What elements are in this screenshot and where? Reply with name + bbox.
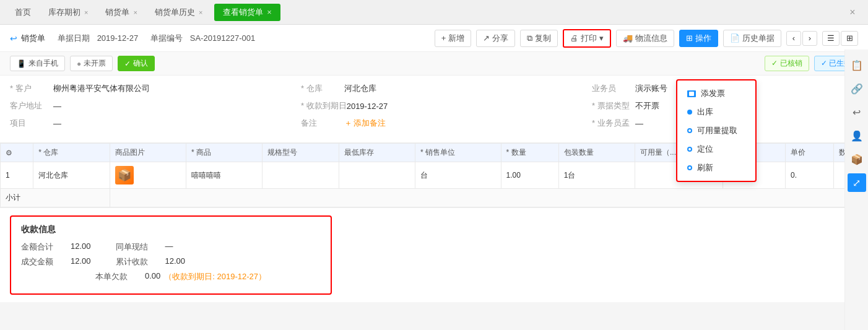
customer-field: * 客户 柳州粤港平安气体有限公司 <box>10 83 276 94</box>
mobile-button[interactable]: 📱 来自手机 <box>10 56 65 71</box>
print-dropdown-arrow[interactable]: ▾ <box>599 33 604 43</box>
available-qty-icon <box>687 128 692 133</box>
tab-home[interactable]: 首页 <box>6 0 40 25</box>
row-unit-price: 0. <box>786 162 834 189</box>
add-invoice-item[interactable]: 添发票 <box>677 84 755 103</box>
tab-sales-close[interactable]: × <box>133 9 137 16</box>
share-icon: ↗ <box>483 33 490 43</box>
warehouse-field: * 仓库 河北仓库 <box>301 83 567 94</box>
operation-dropdown: 添发票 出库 可用量提取 定位 刷新 <box>676 79 757 182</box>
sidebar-doc-icon[interactable]: 📋 <box>848 56 866 74</box>
refresh-item[interactable]: 刷新 <box>677 158 755 177</box>
bottom-area: 收款信息 金额合计 12.00 同单现结 — 成交金额 12.00 累计收款 1… <box>0 208 868 302</box>
col-product-img: 商品图片 <box>110 144 186 162</box>
col-settings[interactable]: ⚙ <box>1 144 33 162</box>
warehouse-label: * 仓库 <box>301 83 344 94</box>
doc-date-label: 单据日期 2019-12-27 <box>58 33 138 44</box>
total-amount-label: 金额合计 <box>21 241 71 253</box>
row-product-img: 📦 <box>110 162 186 189</box>
share-button[interactable]: ↗ 分享 <box>476 30 515 47</box>
next-arrow[interactable]: › <box>802 31 817 46</box>
refresh-label: 刷新 <box>697 162 713 173</box>
tab-inventory-close[interactable]: × <box>84 9 88 16</box>
new-button[interactable]: + 新增 <box>435 30 471 47</box>
sidebar-link-icon[interactable]: 🔗 <box>848 79 866 98</box>
copy-button[interactable]: ⧉ 复制 <box>520 30 558 47</box>
ticket-type-label: * 票据类型 <box>592 100 635 111</box>
locate-item[interactable]: 定位 <box>677 140 755 158</box>
doc-number: 单据编号 SA-20191227-001 <box>150 33 255 44</box>
main-content: ↩ 销货单 单据日期 2019-12-27 单据编号 SA-20191227-0… <box>0 25 868 302</box>
row-sales-unit: 台 <box>415 162 501 189</box>
project-value: — <box>53 119 61 128</box>
confirm-button[interactable]: ✓ 确认 <box>118 56 155 71</box>
tab-view-sales-close[interactable]: × <box>267 7 272 17</box>
add-note-button[interactable]: ＋ 添加备注 <box>344 118 386 129</box>
sidebar-return-icon[interactable]: ↩ <box>848 103 866 121</box>
staff2-value: — <box>635 119 643 128</box>
canceled-check-icon: ✓ <box>771 59 778 67</box>
effective-check-icon: ✓ <box>821 59 827 67</box>
copy-icon: ⧉ <box>527 33 532 43</box>
col-spec: 规格型号 <box>263 144 339 162</box>
row-pack-qty: 1台 <box>558 162 635 189</box>
ticket-type-value: 不开票 <box>635 100 659 111</box>
print-button[interactable]: 🖨 打印 ▾ <box>563 29 611 48</box>
toolbar-right: + 新增 ↗ 分享 ⧉ 复制 🖨 打印 ▾ 🚚 物流信息 ⊞ 操作 <box>435 29 858 48</box>
operation-button[interactable]: ⊞ 操作 <box>679 30 718 47</box>
list-view-button[interactable]: ☰ <box>822 31 840 46</box>
payment-info-box: 收款信息 金额合计 12.00 同单现结 — 成交金额 12.00 累计收款 1… <box>10 215 332 295</box>
add-invoice-label: 添发票 <box>701 88 725 99</box>
payment-row-3: 本单欠款 0.00 （收款到期日: 2019-12-27） <box>21 271 321 282</box>
doc-type-label: 销货单 <box>21 33 45 44</box>
refresh-icon <box>687 165 692 170</box>
row-spec <box>263 162 339 189</box>
history-button[interactable]: 📄 历史单据 <box>723 30 781 47</box>
mobile-icon: 📱 <box>17 59 26 68</box>
product-image: 📦 <box>115 166 134 185</box>
nav-arrows: ‹ › <box>786 31 817 46</box>
customer-value: 柳州粤港平安气体有限公司 <box>53 83 150 94</box>
tab-sales[interactable]: 销货单 × <box>97 0 145 25</box>
tab-bar: 首页 库存期初 × 销货单 × 销货单历史 × 查看销货单 × × <box>0 0 868 25</box>
col-sales-unit: * 销售单位 <box>415 144 501 162</box>
sidebar-user-icon[interactable]: 👤 <box>848 126 866 145</box>
window-close-button[interactable]: × <box>843 3 862 22</box>
history-icon: 📄 <box>730 33 740 43</box>
subtotal-row: 小计 <box>1 189 868 207</box>
address-label: 客户地址 <box>10 100 53 111</box>
action-bar: 📱 来自手机 ● 未开票 ✓ 确认 ✓ 已核销 ✓ 已生效 <box>0 52 868 76</box>
tab-view-sales[interactable]: 查看销货单 × <box>214 4 280 21</box>
doc-number-value: SA-20191227-001 <box>190 33 256 43</box>
due-date-label: * 收款到期日 <box>301 100 347 111</box>
locate-label: 定位 <box>697 144 713 155</box>
prev-arrow[interactable]: ‹ <box>786 31 801 46</box>
sidebar-package-icon[interactable]: 📦 <box>848 150 866 168</box>
staff-value: 演示账号 <box>635 83 667 94</box>
deal-amount-value: 12.00 <box>71 256 91 267</box>
tab-sales-history-label: 销货单历史 <box>155 7 195 18</box>
not-open-ticket-button[interactable]: ● 未开票 <box>70 56 113 71</box>
tab-sales-history[interactable]: 销货单历史 × <box>146 0 211 25</box>
tab-inventory[interactable]: 库存期初 × <box>40 0 97 25</box>
outbound-item[interactable]: 出库 <box>677 103 755 121</box>
grid-view-button[interactable]: ⊞ <box>841 31 858 46</box>
total-amount-value: 12.00 <box>71 241 91 253</box>
order-debt-label: 本单欠款 <box>95 271 145 282</box>
staff-label: 业务员 <box>592 83 635 94</box>
tab-home-label: 首页 <box>15 7 31 18</box>
order-debt-value: 0.00 <box>145 271 160 282</box>
payment-row-1: 金额合计 12.00 同单现结 — <box>21 241 321 253</box>
row-num: 1 <box>1 162 33 189</box>
available-qty-item[interactable]: 可用量提取 <box>677 121 755 140</box>
view-toggle: ☰ ⊞ <box>822 31 858 46</box>
payment-row-2: 成交金额 12.00 累计收款 12.00 <box>21 256 321 267</box>
sidebar-expand-icon[interactable]: ⤢ <box>848 173 866 192</box>
outbound-label: 出库 <box>697 106 713 118</box>
due-date-note: （收款到期日: 2019-12-27） <box>164 271 266 282</box>
logistics-button[interactable]: 🚚 物流信息 <box>616 30 674 47</box>
doc-type-icon: ↩ <box>10 33 17 43</box>
tab-sales-history-close[interactable]: × <box>199 9 202 16</box>
operation-icon: ⊞ <box>686 33 693 43</box>
project-field: 项目 — <box>10 118 276 129</box>
